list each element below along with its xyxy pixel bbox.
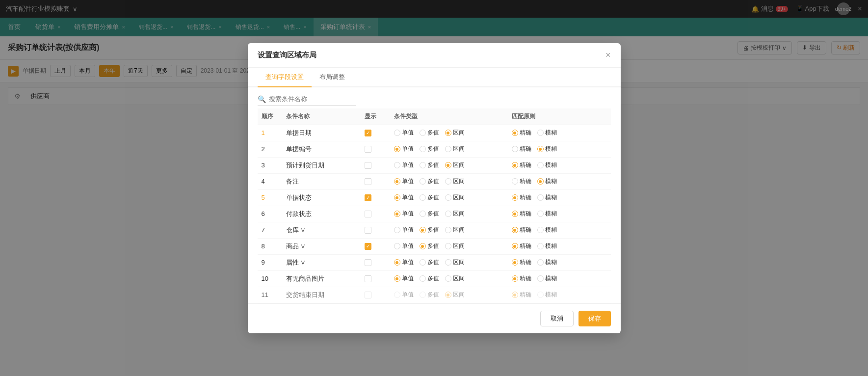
radio-range-10[interactable]: 区间 — [445, 274, 465, 283]
radio-fuzzy-2[interactable]: 模糊 — [537, 145, 557, 153]
cell-seq-2: 2 — [258, 145, 282, 153]
cell-match-2: 精确 模糊 — [508, 145, 606, 153]
radio-single-1[interactable]: 单值 — [394, 129, 414, 137]
radio-exact-8[interactable]: 精确 — [512, 242, 531, 250]
radio-single-4[interactable]: 单值 — [394, 177, 414, 186]
modal-tab-layout-adjust[interactable]: 布局调整 — [312, 68, 353, 87]
radio-range-5[interactable]: 区间 — [445, 193, 465, 202]
th-seq: 顺序 — [258, 112, 282, 121]
radio-single-8[interactable]: 单值 — [394, 242, 414, 250]
cell-check-1[interactable]: ✓ — [361, 130, 390, 136]
radio-exact-10[interactable]: 精确 — [512, 274, 531, 283]
radio-single-7[interactable]: 单值 — [394, 226, 414, 234]
modal-tab-field-setting[interactable]: 查询字段设置 — [258, 68, 312, 87]
checkbox-2[interactable] — [365, 146, 371, 153]
radio-range-7[interactable]: 区间 — [445, 226, 465, 234]
radio-single-11[interactable]: 单值 — [394, 291, 414, 299]
cell-check-3[interactable] — [361, 162, 390, 169]
radio-multi-8[interactable]: 多值 — [420, 242, 439, 250]
checkbox-3[interactable] — [365, 162, 371, 169]
cell-check-2[interactable] — [361, 146, 390, 153]
cell-name-5: 单据状态 — [282, 193, 361, 202]
checkbox-4[interactable] — [365, 178, 371, 185]
radio-multi-9[interactable]: 多值 — [420, 258, 439, 267]
radio-single-10[interactable]: 单值 — [394, 274, 414, 283]
radio-multi-7[interactable]: 多值 — [420, 226, 439, 234]
cell-check-11[interactable] — [361, 292, 390, 298]
radio-exact-9[interactable]: 精确 — [512, 258, 531, 267]
cell-type-7: 单值 多值 区间 — [390, 226, 508, 234]
cell-match-11: 精确 模糊 — [508, 291, 606, 299]
radio-multi-5[interactable]: 多值 — [420, 193, 439, 202]
cell-name-10: 有无商品图片 — [282, 274, 361, 283]
radio-range-6[interactable]: 区间 — [445, 210, 465, 218]
checkbox-6[interactable] — [365, 211, 371, 217]
radio-single-3[interactable]: 单值 — [394, 161, 414, 169]
radio-exact-6[interactable]: 精确 — [512, 210, 531, 218]
cell-type-3: 单值 多值 区间 — [390, 161, 508, 169]
radio-exact-5[interactable]: 精确 — [512, 193, 531, 202]
checkbox-7[interactable] — [365, 227, 371, 234]
radio-range-4[interactable]: 区间 — [445, 177, 465, 186]
radio-multi-11[interactable]: 多值 — [420, 291, 439, 299]
radio-exact-7[interactable]: 精确 — [512, 226, 531, 234]
radio-fuzzy-3[interactable]: 模糊 — [537, 161, 557, 169]
cell-name-9: 属性 ∨ — [282, 258, 361, 267]
radio-range-1[interactable]: 区间 — [445, 129, 465, 137]
radio-fuzzy-10[interactable]: 模糊 — [537, 274, 557, 283]
radio-multi-1[interactable]: 多值 — [420, 129, 439, 137]
radio-exact-1[interactable]: 精确 — [512, 129, 531, 137]
radio-fuzzy-9[interactable]: 模糊 — [537, 258, 557, 267]
radio-multi-2[interactable]: 多值 — [420, 145, 439, 153]
radio-exact-4[interactable]: 精确 — [512, 177, 531, 186]
cancel-button[interactable]: 取消 — [540, 311, 574, 326]
checkbox-9[interactable] — [365, 259, 371, 266]
radio-exact-3[interactable]: 精确 — [512, 161, 531, 169]
radio-fuzzy-1[interactable]: 模糊 — [537, 129, 557, 137]
search-input[interactable] — [269, 95, 356, 103]
radio-multi-6[interactable]: 多值 — [420, 210, 439, 218]
table-row: 4 备注 单值 多值 区间 精确 模糊 — [258, 174, 611, 190]
checkbox-10[interactable] — [365, 275, 371, 282]
radio-fuzzy-8[interactable]: 模糊 — [537, 242, 557, 250]
radio-range-8[interactable]: 区间 — [445, 242, 465, 250]
cell-seq-1: 1 — [258, 129, 282, 136]
cell-check-4[interactable] — [361, 178, 390, 185]
radio-fuzzy-7[interactable]: 模糊 — [537, 226, 557, 234]
radio-exact-11[interactable]: 精确 — [512, 291, 531, 299]
radio-range-11[interactable]: 区间 — [445, 291, 465, 299]
cell-seq-10: 10 — [258, 275, 282, 282]
checkbox-1[interactable]: ✓ — [365, 130, 371, 136]
cell-check-6[interactable] — [361, 211, 390, 217]
cell-check-10[interactable] — [361, 275, 390, 282]
save-button[interactable]: 保存 — [579, 311, 611, 326]
checkbox-5[interactable]: ✓ — [365, 194, 371, 201]
cell-check-5[interactable]: ✓ — [361, 194, 390, 201]
radio-fuzzy-4[interactable]: 模糊 — [537, 177, 557, 186]
checkbox-8[interactable]: ✓ — [365, 243, 371, 250]
radio-range-9[interactable]: 区间 — [445, 258, 465, 267]
radio-fuzzy-6[interactable]: 模糊 — [537, 210, 557, 218]
radio-multi-3[interactable]: 多值 — [420, 161, 439, 169]
radio-exact-2[interactable]: 精确 — [512, 145, 531, 153]
checkbox-11[interactable] — [365, 292, 371, 298]
cell-seq-3: 3 — [258, 161, 282, 169]
radio-range-2[interactable]: 区间 — [445, 145, 465, 153]
cell-check-8[interactable]: ✓ — [361, 243, 390, 250]
radio-single-6[interactable]: 单值 — [394, 210, 414, 218]
radio-multi-4[interactable]: 多值 — [420, 177, 439, 186]
cell-check-7[interactable] — [361, 227, 390, 234]
modal-close-btn[interactable]: × — [605, 50, 611, 60]
cell-check-9[interactable] — [361, 259, 390, 266]
radio-fuzzy-11[interactable]: 模糊 — [537, 291, 557, 299]
table-row: 8 商品 ∨ ✓ 单值 多值 区间 精确 模糊 — [258, 239, 611, 255]
radio-multi-10[interactable]: 多值 — [420, 274, 439, 283]
cell-name-8: 商品 ∨ — [282, 242, 361, 251]
radio-range-3[interactable]: 区间 — [445, 161, 465, 169]
radio-single-9[interactable]: 单值 — [394, 258, 414, 267]
radio-single-5[interactable]: 单值 — [394, 193, 414, 202]
cell-name-6: 付款状态 — [282, 210, 361, 218]
cell-seq-11: 11 — [258, 291, 282, 298]
radio-fuzzy-5[interactable]: 模糊 — [537, 193, 557, 202]
radio-single-2[interactable]: 单值 — [394, 145, 414, 153]
